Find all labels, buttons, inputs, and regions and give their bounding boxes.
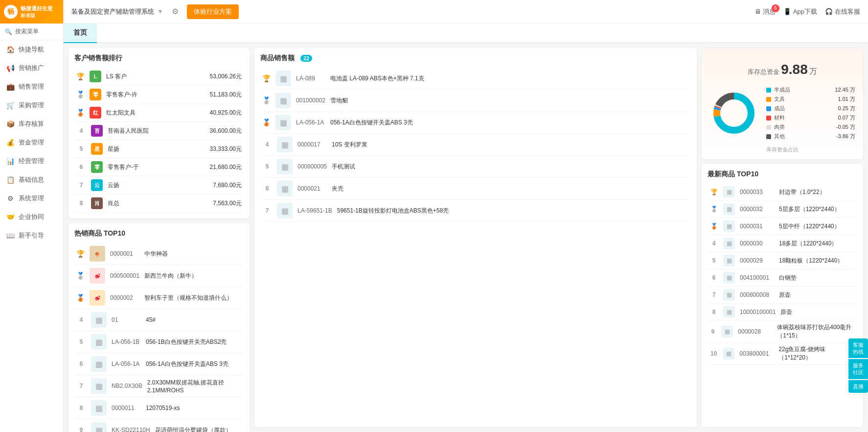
legend-label: 其他 <box>774 133 833 140</box>
product-image-placeholder: ▦ <box>723 272 735 284</box>
customer-name: 星扬 <box>108 145 205 153</box>
online-service-button[interactable]: 🎧 在线客服 <box>825 7 860 16</box>
trophy-icon: 🏆 <box>262 74 271 82</box>
customer-service-button[interactable]: 客服热线 <box>848 338 868 359</box>
legend-label: 材料 <box>774 114 835 121</box>
sidebar-item-collab[interactable]: 🤝 企业协同 <box>0 208 63 226</box>
customer-value: 51,183.00元 <box>210 91 242 99</box>
rank-number: 8 <box>76 200 86 207</box>
rank-number: 7 <box>76 383 86 389</box>
sidebar-item-label: 企业协同 <box>19 213 44 221</box>
trophy-icon: 🏆 <box>76 250 85 258</box>
product-name: 电池盖 LA-089 ABS本色+黑种 7.1克 <box>330 74 689 83</box>
product-code: LA-056-1A <box>296 119 325 126</box>
floating-buttons: 客服热线 服务社区 直播 <box>848 338 868 393</box>
mobile-icon: 📱 <box>783 8 791 15</box>
right-column: 库存总资金 9.88 万 <box>702 43 868 432</box>
customer-name: 红太阳文具 <box>106 109 205 117</box>
live-button[interactable]: 直播 <box>848 380 868 393</box>
sidebar-item-finance[interactable]: 💰 资金管理 <box>0 133 63 152</box>
product-code: 001000002 <box>296 97 325 104</box>
customer-ranking-title-text: 客户销售额排行 <box>74 54 122 63</box>
legend-value: 1.01 万 <box>838 96 855 103</box>
sidebar-item-marketing[interactable]: 📢 营销推广 <box>0 59 63 77</box>
product-sales-badge: 22 <box>300 55 312 62</box>
product-name: 封边带（1.0*22） <box>779 188 825 196</box>
product-name: 2.0X30MM双搓花轴,搓花直径2.1MM/ROHS <box>147 379 242 394</box>
inventory-number: 9.88 <box>781 62 808 77</box>
legend-item: 肉类 -0.05 万 <box>766 123 855 131</box>
search-menu[interactable]: 🔍 搜索菜单 <box>0 24 63 40</box>
brand-header: 畅 畅捷通好生意 标准版 <box>0 0 63 24</box>
product-code: 0000031 <box>740 223 774 230</box>
legend-item: 成品 0.25 万 <box>766 105 855 112</box>
customer-name: 肖总 <box>108 199 208 208</box>
message-icon: 🖥 <box>754 8 761 15</box>
product-image-placeholder: ▦ <box>721 326 733 337</box>
hot-products-card: 热销商品 TOP10 🏆 🍖 0000001 中华神器 🥈 🥩 00050000… <box>69 223 250 432</box>
tab-home[interactable]: 首页 <box>64 24 97 43</box>
sidebar-item-system[interactable]: ⚙ 系统管理 <box>0 189 63 208</box>
list-item: 4 ▦ 0000030 18多层（1220*2440） <box>708 235 857 252</box>
list-item: 4 ▦ 01 45# <box>74 309 244 331</box>
customer-value: 53,006.26元 <box>210 72 242 81</box>
legend-value: -3.86 万 <box>836 133 855 140</box>
list-item: 🥈 ▦ 0000032 5层多层（1220*2440） <box>708 201 857 218</box>
community-button[interactable]: 服务社区 <box>848 359 868 379</box>
operations-icon: 📊 <box>6 157 15 165</box>
legend-color <box>766 134 771 139</box>
table-row: 7 云 云扬 7,680.00元 <box>74 176 244 194</box>
product-code: 000800008 <box>740 291 774 298</box>
rank-number: 5 <box>709 257 718 264</box>
app-download-label: App下载 <box>793 7 817 16</box>
rank-number: 4 <box>76 127 86 134</box>
legend-color <box>766 97 771 102</box>
list-item: 8 ▦ 0000011 12070519-xs <box>74 397 244 419</box>
customer-value: 7,680.00元 <box>213 181 242 190</box>
customer-value: 36,600.00元 <box>210 127 242 135</box>
messages-button[interactable]: 🖥 消息 6 <box>754 7 776 16</box>
sales-icon: 💼 <box>6 83 15 91</box>
product-name: 花语萌恒温分婴罐袋（厚款） <box>155 426 242 432</box>
rank-number: 6 <box>76 360 86 367</box>
sidebar-item-basics[interactable]: 📋 基础信息 <box>0 170 63 189</box>
rank-number: 6 <box>262 185 272 192</box>
trophy-icon: 🥉 <box>76 109 85 117</box>
system-selector[interactable]: 装备及固定资产辅助管理系统 ▼ <box>71 7 163 16</box>
rank-number: 4 <box>76 316 86 323</box>
app-download-button[interactable]: 📱 App下载 <box>783 7 817 16</box>
sidebar-item-purchase[interactable]: 🛒 采购管理 <box>0 96 63 115</box>
content-area: 客户销售额排行 🏆 L LS 客户 53,006.26元 🥈 零 零售客户-许 <box>64 43 868 432</box>
settings-button[interactable]: ⚙ <box>168 5 182 19</box>
sidebar-item-operations[interactable]: 📊 经营管理 <box>0 152 63 170</box>
trial-button[interactable]: 体验行业方案 <box>187 4 239 19</box>
sidebar-item-guide[interactable]: 📖 新手引导 <box>0 226 63 245</box>
trophy-icon: 🥉 <box>262 119 271 126</box>
legend-color <box>766 125 771 130</box>
product-image-placeholder: ▦ <box>723 203 735 215</box>
purchase-icon: 🛒 <box>6 101 15 109</box>
product-image: 🥩 <box>90 268 105 284</box>
rank-number: 5 <box>262 163 272 170</box>
product-name: 5层多层（1220*2440） <box>779 205 840 214</box>
legend-label: 成品 <box>774 105 835 112</box>
product-code: 0000021 <box>297 185 327 192</box>
hot-products-title: 热销商品 TOP10 <box>74 229 244 238</box>
avatar: 零 <box>91 161 103 173</box>
left-column: 客户销售额排行 🏆 L LS 客户 53,006.26元 🥈 零 零售客户-许 <box>64 43 254 432</box>
sidebar-item-sales[interactable]: 💼 销售管理 <box>0 77 63 96</box>
sidebar-item-inventory[interactable]: 📦 库存核算 <box>0 115 63 133</box>
sidebar-item-quick-nav[interactable]: 🏠 快捷导航 <box>0 40 63 59</box>
home-icon: 🏠 <box>6 46 15 53</box>
sidebar-nav: 🏠 快捷导航 📢 营销推广 💼 销售管理 🛒 采购管理 📦 库存核算 💰 资金管… <box>0 40 63 432</box>
basics-icon: 📋 <box>6 176 15 184</box>
product-name: 中华神器 <box>144 250 242 258</box>
table-row: 🥈 零 零售客户-许 51,183.00元 <box>74 86 244 104</box>
rank-number: 4 <box>262 141 272 148</box>
trophy-icon: 🏆 <box>76 72 85 80</box>
customer-value: 33,333.00元 <box>210 145 242 153</box>
brand-icon: 畅 <box>4 5 18 19</box>
product-name: 白钢垫 <box>779 274 797 282</box>
avatar: 红 <box>90 107 101 119</box>
product-code: 0000030 <box>740 240 774 247</box>
